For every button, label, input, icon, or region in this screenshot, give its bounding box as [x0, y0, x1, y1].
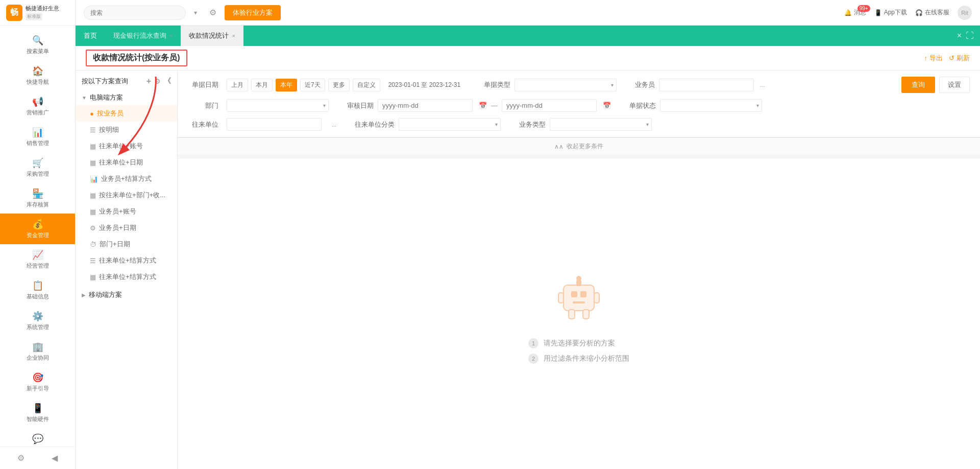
app-name: 畅捷通好生意 [26, 5, 59, 12]
review-date-to-input[interactable] [502, 99, 597, 112]
sidebar-item-system[interactable]: ⚙️ 系统管理 [0, 306, 75, 336]
sidebar-item-purchase[interactable]: 🛒 采购管理 [0, 152, 75, 183]
mobile-group-arrow: ▶ [82, 292, 86, 298]
salesperson-account-icon: ▦ [90, 208, 96, 216]
sidebar-item-operation[interactable]: 📈 经营管理 [0, 244, 75, 275]
collapse-bar[interactable]: ∧∧ 收起更多条件 [178, 137, 980, 155]
scheme-item-counterpart-dept[interactable]: ▦ 按往来单位+部门+收... [76, 187, 177, 203]
scheme-settings-icon[interactable]: ⚙ [154, 77, 161, 85]
review-date-from-calendar-icon[interactable]: 📅 [479, 102, 487, 109]
date-quick-select: 上月 本月 本年 近7天 更多 自定义 [227, 79, 380, 91]
business-type-select-wrapper: ▾ [550, 118, 652, 131]
hardware-icon: 📱 [32, 403, 43, 414]
date-btn-this-month[interactable]: 本月 [251, 79, 273, 91]
tab-receipt-close[interactable]: × [232, 33, 235, 39]
query-button[interactable]: 查询 [901, 77, 935, 93]
doc-type-select[interactable] [514, 79, 617, 91]
trial-button[interactable]: 体验行业方案 [225, 5, 281, 20]
sidebar-item-finance[interactable]: 💰 资金管理 [0, 214, 75, 244]
tabs-right-actions: × ⛶ [957, 31, 980, 40]
mobile-group-title[interactable]: ▶ 移动端方案 [76, 287, 177, 302]
mobile-scheme-group: ▶ 移动端方案 [76, 287, 177, 302]
desktop-group-label: 电脑端方案 [90, 93, 123, 102]
tab-bar: 首页 现金银行流水查询 × 收款情况统计 × × ⛶ [76, 26, 980, 46]
content-area: 按以下方案查询 + ⚙ 《 ▼ 电脑端方案 ● 按业务员 ☰ [76, 71, 980, 469]
sidebar-item-sales[interactable]: 📊 销售管理 [0, 122, 75, 152]
counterpart-input[interactable] [227, 118, 322, 131]
purchase-icon: 🛒 [32, 157, 43, 169]
sidebar-item-hardware[interactable]: 📱 智能硬件 [0, 397, 75, 428]
user-avatar[interactable]: Rit [958, 6, 972, 20]
desktop-group-title[interactable]: ▼ 电脑端方案 [76, 90, 177, 105]
counterpart-category-select[interactable] [399, 118, 501, 131]
scheme-add-icon[interactable]: + [146, 77, 151, 86]
scheme-collapse-icon[interactable]: 《 [164, 77, 171, 86]
date-btn-7days[interactable]: 近7天 [300, 79, 325, 91]
scheme-item-by-salesperson[interactable]: ● 按业务员 [76, 105, 177, 122]
sidebar-label-inventory: 库存核算 [27, 201, 49, 208]
desktop-group-arrow: ▼ [82, 95, 87, 101]
sidebar-item-search[interactable]: 🔍 搜索菜单 [0, 30, 75, 60]
sidebar-label-enterprise: 企业协同 [27, 354, 49, 362]
business-type-select[interactable] [550, 118, 652, 131]
sidebar-item-inventory[interactable]: 🏪 库存核算 [0, 183, 75, 214]
date-btn-custom[interactable]: 自定义 [353, 79, 380, 91]
topbar-dropdown-icon[interactable]: ▾ [194, 9, 197, 16]
main-area: ▾ ⚙ 体验行业方案 🔔 消息 99+ 📱 App下载 🎧 在线客服 Rit [76, 0, 980, 469]
scheme-label-salesperson-date: 业务员+日期 [99, 223, 136, 232]
desktop-scheme-group: ▼ 电脑端方案 ● 按业务员 ☰ 按明细 ▦ 往来单位+账号 ▦ 往来单位+ [76, 90, 177, 285]
scheme-item-salesperson-date[interactable]: ⚙ 业务员+日期 [76, 220, 177, 236]
scheme-item-dept-date[interactable]: ⏱ 部门+日期 [76, 236, 177, 252]
search-input[interactable] [84, 6, 186, 20]
topbar-gear-icon[interactable]: ⚙ [209, 8, 216, 17]
home-icon: 🏠 [32, 65, 43, 77]
salesperson-input[interactable] [659, 79, 754, 91]
scheme-item-counterpart-settlement2[interactable]: ▦ 往来单位+结算方式 [76, 269, 177, 285]
messages-button[interactable]: 🔔 消息 99+ [844, 8, 866, 17]
online-service-button[interactable]: 🎧 在线客服 [915, 8, 949, 17]
date-btn-last-month[interactable]: 上月 [227, 79, 248, 91]
dept-select[interactable] [227, 99, 329, 112]
tab-bank[interactable]: 现金银行流水查询 × [105, 26, 181, 46]
date-btn-this-year[interactable]: 本年 [276, 79, 297, 91]
sidebar-item-basicinfo[interactable]: 📋 基础信息 [0, 275, 75, 306]
scheme-item-counterpart-date[interactable]: ▦ 往来单位+日期 [76, 154, 177, 171]
salesperson-more-icon[interactable]: ... [760, 82, 765, 88]
salesperson-filter: 业务员 ... [635, 79, 765, 91]
scheme-item-salesperson-settlement[interactable]: 📊 业务员+结算方式 [76, 171, 177, 187]
date-btn-more[interactable]: 更多 [328, 79, 350, 91]
tab-bank-close[interactable]: × [169, 33, 173, 39]
sidebar-collapse-icon[interactable]: ◀ [52, 453, 58, 463]
scheme-item-salesperson-account[interactable]: ▦ 业务员+账号 [76, 203, 177, 220]
service-icon: 🎧 [915, 9, 923, 16]
logo-area: 畅 畅捷通好生意 标准版 [0, 0, 75, 26]
sidebar-item-marketing[interactable]: 📢 营销推广 [0, 91, 75, 122]
scheme-item-by-detail[interactable]: ☰ 按明细 [76, 122, 177, 138]
filter-actions: 查询 设置 [901, 77, 970, 93]
review-date-to-calendar-icon[interactable]: 📅 [603, 102, 611, 109]
sidebar-item-quicknav[interactable]: 🏠 快捷导航 [0, 60, 75, 91]
tab-home[interactable]: 首页 [76, 26, 105, 46]
date-label: 单据日期 [188, 80, 218, 89]
doc-status-select[interactable] [660, 99, 762, 112]
sidebar-item-newguide[interactable]: 🎯 新手引导 [0, 367, 75, 397]
scheme-item-counterpart-settlement1[interactable]: ☰ 往来单位+结算方式 [76, 252, 177, 269]
review-date-from-input[interactable] [378, 99, 473, 112]
export-button[interactable]: ↑ 导出 [924, 54, 943, 63]
counterpart-account-icon: ▦ [90, 143, 96, 150]
app-download-button[interactable]: 📱 App下载 [874, 8, 907, 17]
tab-close-all-icon[interactable]: × [957, 31, 962, 40]
refresh-button[interactable]: ↺ 刷新 [949, 54, 970, 63]
sidebar-settings-icon[interactable]: ⚙ [17, 453, 24, 463]
scheme-item-counterpart-account[interactable]: ▦ 往来单位+账号 [76, 138, 177, 154]
scheme-panel-actions: + ⚙ 《 [146, 77, 171, 86]
setting-button[interactable]: 设置 [939, 77, 970, 93]
counterpart-more-icon[interactable]: ... [332, 122, 336, 128]
sidebar-item-enterprise[interactable]: 🏢 企业协同 [0, 336, 75, 367]
sidebar-item-wechat[interactable]: 💬 企业微信 [0, 428, 75, 447]
tab-receipt[interactable]: 收款情况统计 × [181, 26, 243, 46]
newguide-icon: 🎯 [32, 372, 43, 383]
scheme-label-counterpart-dept: 按往来单位+部门+收... [99, 191, 165, 200]
tab-fullscreen-icon[interactable]: ⛶ [966, 31, 974, 40]
counterpart-settlement2-icon: ▦ [90, 273, 96, 281]
